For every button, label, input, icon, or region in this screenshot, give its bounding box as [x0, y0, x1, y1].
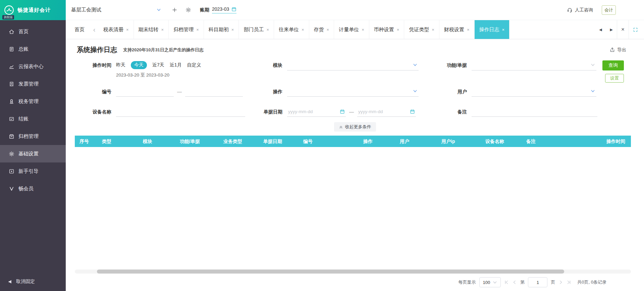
- close-tab-icon[interactable]: ×: [397, 28, 399, 32]
- tab-label: 操作日志: [479, 27, 499, 33]
- doc-date-to-input[interactable]: [358, 109, 398, 114]
- chevron-down-icon: [157, 8, 161, 12]
- tab-scroll-left-icon[interactable]: ‹: [90, 20, 99, 39]
- period-selector[interactable]: 2023-03: [212, 6, 236, 13]
- time-option-yesterday[interactable]: 昨天: [116, 62, 125, 68]
- tab-archive-management[interactable]: 归档管理×: [169, 20, 204, 39]
- doc-date-from-input[interactable]: [288, 109, 328, 114]
- sidebar-item-beginner-guide[interactable]: 新手引导: [0, 162, 66, 180]
- prev-page-icon[interactable]: [512, 280, 517, 285]
- user-select[interactable]: [472, 87, 596, 97]
- per-page-select[interactable]: 100: [479, 277, 501, 287]
- module-select[interactable]: [287, 60, 419, 70]
- filter-label-operation: 操作: [247, 87, 287, 96]
- page-number-input[interactable]: [528, 277, 547, 287]
- query-button[interactable]: 查询: [602, 60, 624, 70]
- next-page-icon[interactable]: [558, 280, 563, 285]
- first-page-icon[interactable]: [504, 280, 509, 285]
- col-remark[interactable]: 备注: [522, 136, 602, 147]
- remark-input[interactable]: [472, 107, 597, 117]
- sidebar-item-tax-management[interactable]: 税务管理: [0, 93, 66, 110]
- sidebar-item-closing[interactable]: 结账: [0, 110, 66, 128]
- account-settings-button[interactable]: [185, 7, 191, 13]
- col-operation[interactable]: 操作: [359, 136, 395, 147]
- close-tab-icon[interactable]: ×: [231, 28, 234, 32]
- col-function[interactable]: 功能/单据: [175, 136, 219, 147]
- col-op-time[interactable]: 操作时间: [602, 136, 631, 147]
- export-button[interactable]: 导出: [609, 47, 626, 53]
- calendar-icon[interactable]: [340, 109, 345, 114]
- export-label: 导出: [617, 47, 626, 53]
- add-account-set-button[interactable]: [172, 7, 177, 13]
- col-user-ip[interactable]: 用户ip: [437, 136, 481, 147]
- function-select[interactable]: [472, 60, 596, 70]
- close-tab-icon[interactable]: ×: [502, 28, 505, 32]
- tab-home[interactable]: 首页: [69, 20, 90, 39]
- time-option-today[interactable]: 今天: [131, 61, 147, 69]
- tab-tax-register[interactable]: 税表清册×: [99, 20, 134, 39]
- close-tab-icon[interactable]: ×: [126, 28, 129, 32]
- time-option-1month[interactable]: 近1月: [170, 62, 182, 68]
- settings-button[interactable]: 设置: [605, 74, 624, 83]
- calendar-icon[interactable]: [410, 109, 415, 114]
- sidebar-item-membership[interactable]: 畅会员: [0, 180, 66, 197]
- fullscreen-button[interactable]: [629, 20, 642, 39]
- consult-button[interactable]: 人工咨询: [567, 7, 593, 13]
- tab-inventory[interactable]: 存货×: [309, 20, 334, 39]
- doc-date-to: [357, 107, 416, 117]
- sidebar-item-archive-management[interactable]: 归档管理: [0, 128, 66, 145]
- sidebar-item-general-ledger[interactable]: 总账: [0, 40, 66, 58]
- col-biz-type[interactable]: 业务类型: [219, 136, 259, 147]
- gear-icon: [185, 7, 191, 13]
- tab-currency-settings[interactable]: 币种设置×: [369, 20, 405, 39]
- close-all-tabs-icon[interactable]: ×: [617, 20, 629, 39]
- col-device[interactable]: 设备名称: [481, 136, 522, 147]
- tab-next-icon[interactable]: ▶: [606, 20, 617, 39]
- time-option-7days[interactable]: 近7天: [152, 62, 164, 68]
- report-chart-icon: [9, 64, 14, 69]
- operation-select[interactable]: [287, 87, 419, 97]
- tab-measure-unit[interactable]: 计量单位×: [334, 20, 369, 39]
- collapse-filters-button[interactable]: 收起更多条件: [334, 122, 376, 132]
- number-to-input[interactable]: [185, 87, 243, 97]
- tab-account-opening[interactable]: 科目期初×: [204, 20, 239, 39]
- app-logo: 畅捷通好会计 旗舰版: [0, 0, 66, 20]
- device-name-input[interactable]: [116, 107, 245, 117]
- close-tab-icon[interactable]: ×: [161, 28, 164, 32]
- col-type[interactable]: 类型: [97, 136, 138, 147]
- col-number[interactable]: 编号: [299, 136, 359, 147]
- close-tab-icon[interactable]: ×: [432, 28, 434, 32]
- tab-prev-icon[interactable]: ◀: [595, 20, 606, 39]
- last-page-icon[interactable]: [567, 280, 571, 285]
- tab-period-end-carryover[interactable]: 期末结转×: [134, 20, 169, 39]
- tab-voucher-type[interactable]: 凭证类型×: [404, 20, 439, 39]
- close-tab-icon[interactable]: ×: [266, 28, 269, 32]
- sidebar-item-home[interactable]: 首页: [0, 23, 66, 40]
- time-option-custom[interactable]: 自定义: [187, 62, 201, 68]
- tab-department-staff[interactable]: 部门员工×: [239, 20, 274, 39]
- horizontal-scrollbar[interactable]: [75, 270, 631, 274]
- tab-operation-log[interactable]: 操作日志×: [475, 20, 510, 39]
- close-tab-icon[interactable]: ×: [302, 28, 304, 32]
- sidebar-item-invoice-management[interactable]: 发票管理: [0, 75, 66, 93]
- col-doc-date[interactable]: 单据日期: [259, 136, 299, 147]
- number-from-input[interactable]: [116, 87, 174, 97]
- col-module[interactable]: 模块: [138, 136, 175, 147]
- gear-icon: [9, 151, 14, 157]
- close-tab-icon[interactable]: ×: [327, 28, 329, 32]
- sidebar-item-label: 首页: [18, 29, 29, 35]
- sidebar-item-basic-settings[interactable]: 基础设置: [0, 145, 66, 162]
- sidebar-item-cloud-reports[interactable]: 云报表中心: [0, 58, 66, 75]
- unpin-sidebar-button[interactable]: 取消固定: [0, 272, 66, 291]
- tab-business-partners[interactable]: 往来单位×: [274, 20, 309, 39]
- company-selector[interactable]: 基层工会测试: [70, 5, 164, 15]
- tab-fiscal-tax-settings[interactable]: 财税设置×: [439, 20, 475, 39]
- close-tab-icon[interactable]: ×: [362, 28, 364, 32]
- close-tab-icon[interactable]: ×: [467, 28, 470, 32]
- close-tab-icon[interactable]: ×: [196, 28, 199, 32]
- role-badge[interactable]: 会计: [602, 5, 616, 15]
- scrollbar-thumb[interactable]: [97, 270, 564, 274]
- col-seq[interactable]: 序号: [75, 136, 97, 147]
- tax-stamp-icon: [9, 99, 14, 104]
- col-user[interactable]: 用户: [395, 136, 437, 147]
